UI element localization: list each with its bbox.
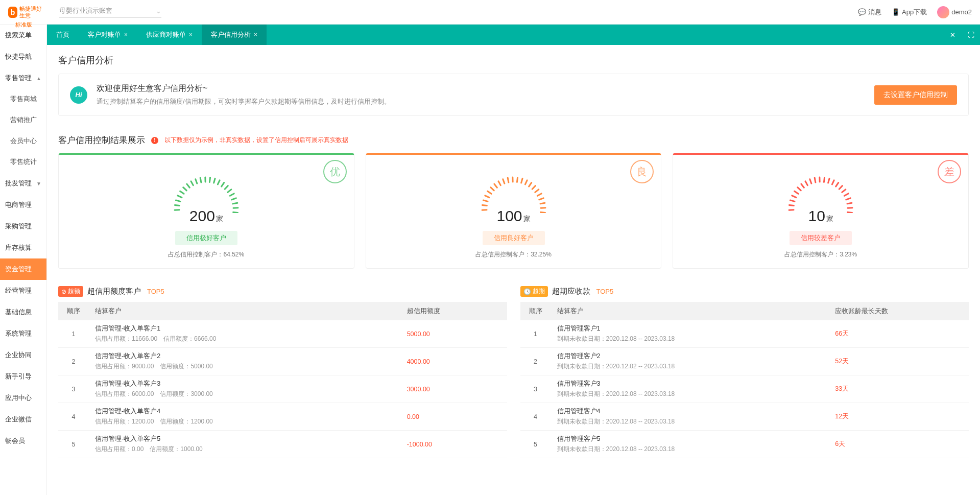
cell-order: 4 bbox=[520, 403, 551, 431]
menu-system[interactable]: 系统管理 bbox=[0, 323, 46, 344]
menu-operation[interactable]: 经营管理 bbox=[0, 280, 46, 301]
col-over: 超信用额度 bbox=[401, 302, 507, 320]
menu-guide[interactable]: 新手引导 bbox=[0, 366, 46, 387]
close-all-tabs-icon[interactable]: ✕ bbox=[943, 25, 962, 45]
menu-inventory[interactable]: 库存核算 bbox=[0, 237, 46, 258]
svg-line-53 bbox=[790, 205, 794, 205]
svg-line-9 bbox=[191, 181, 193, 185]
message-icon: 💬 bbox=[858, 8, 866, 16]
table-row[interactable]: 2 信用管理客户2 到期未收款日期：2020.12.02 -- 2023.03.… bbox=[520, 348, 969, 375]
close-icon[interactable]: × bbox=[254, 31, 257, 38]
banner-title: 欢迎使用好生意客户信用分析~ bbox=[97, 83, 865, 94]
app-download-label: App下载 bbox=[902, 8, 927, 17]
menu-vip[interactable]: 畅会员 bbox=[0, 430, 46, 452]
over-limit-badge: ⊘ 超额 bbox=[58, 286, 83, 297]
card-foot: 占总信用控制客户：64.52% bbox=[64, 250, 349, 259]
logo: b 畅捷通好生意 标准版 bbox=[8, 6, 47, 18]
sidebar-item-label: 经营管理 bbox=[5, 286, 32, 295]
messages-link[interactable]: 💬 消息 bbox=[858, 8, 881, 17]
svg-line-69 bbox=[845, 194, 849, 196]
card-foot: 占总信用控制客户：3.23% bbox=[678, 250, 963, 259]
menu-collab[interactable]: 企业协同 bbox=[0, 344, 46, 366]
fullscreen-icon[interactable]: ⛶ bbox=[962, 25, 980, 45]
messages-label: 消息 bbox=[868, 8, 881, 17]
menu-quicknav[interactable]: 快捷导航 bbox=[0, 46, 46, 67]
sidebar: 搜索菜单快捷导航零售管理▲零售商城营销推广会员中心零售统计批发管理▼电商管理采购… bbox=[0, 25, 47, 495]
goto-credit-settings-button[interactable]: 去设置客户信用控制 bbox=[874, 85, 957, 105]
cell-order: 3 bbox=[520, 375, 551, 403]
col-customer: 结算客户 bbox=[89, 302, 401, 320]
cell-over: 4000.00 bbox=[401, 348, 507, 375]
table-row[interactable]: 2 信用管理-收入单客户2 信用占用额：9000.00 信用额度：5000.00… bbox=[58, 348, 507, 375]
svg-line-35 bbox=[503, 179, 504, 183]
menu-ecommerce[interactable]: 电商管理 bbox=[0, 194, 46, 216]
svg-line-10 bbox=[196, 179, 197, 183]
welcome-banner: Hi 欢迎使用好生意客户信用分析~ 通过控制结算客户的信用额度/信用期限，可实时… bbox=[58, 74, 969, 116]
svg-line-36 bbox=[508, 178, 509, 182]
table-row[interactable]: 4 信用管理客户4 到期未收款日期：2020.12.08 -- 2023.03.… bbox=[520, 403, 969, 431]
menu-appcenter[interactable]: 应用中心 bbox=[0, 387, 46, 409]
sidebar-item-label: 电商管理 bbox=[5, 200, 32, 209]
section-title: 客户信用控制结果展示 bbox=[58, 134, 145, 146]
table-row[interactable]: 5 信用管理客户5 到期未收款日期：2020.12.08 -- 2023.03.… bbox=[520, 431, 969, 458]
cell-order: 5 bbox=[520, 431, 551, 458]
page-title: 客户信用分析 bbox=[58, 45, 969, 74]
sidebar-item-label: 资金管理 bbox=[5, 265, 32, 274]
cell-order: 2 bbox=[520, 348, 551, 375]
sidebar-item-label: 批发管理 bbox=[5, 179, 32, 188]
col-order: 顺序 bbox=[520, 302, 551, 320]
svg-line-56 bbox=[795, 191, 798, 194]
username: demo2 bbox=[951, 8, 972, 16]
table-row[interactable]: 1 信用管理客户1 到期未收款日期：2020.12.08 -- 2023.03.… bbox=[520, 320, 969, 348]
svg-line-33 bbox=[494, 184, 497, 187]
sidebar-item-label: 零售统计 bbox=[10, 158, 37, 167]
menu-retail-stats[interactable]: 零售统计 bbox=[0, 152, 46, 173]
svg-line-11 bbox=[200, 178, 201, 182]
menu-wework[interactable]: 企业微信 bbox=[0, 409, 46, 430]
svg-line-13 bbox=[209, 177, 210, 182]
tab[interactable]: 首页 bbox=[47, 25, 79, 45]
top5-overdue: 🕓 超期 超期应收款 TOP5 顺序 结算客户 应收账龄最长天数 1 信用管理客… bbox=[520, 286, 969, 458]
close-icon[interactable]: × bbox=[189, 31, 193, 38]
sidebar-item-label: 基础信息 bbox=[5, 308, 32, 317]
table-row[interactable]: 3 信用管理-收入单客户3 信用占用额：6000.00 信用额度：3000.00… bbox=[58, 375, 507, 403]
table-row[interactable]: 1 信用管理-收入单客户1 信用占用额：11666.00 信用额度：6666.0… bbox=[58, 320, 507, 348]
menu-retail-mall[interactable]: 零售商城 bbox=[0, 89, 46, 110]
tab[interactable]: 客户信用分析× bbox=[202, 25, 267, 45]
org-selector[interactable]: 母婴行业演示账套 ⌄ bbox=[59, 6, 161, 18]
svg-line-7 bbox=[183, 187, 186, 191]
table-row[interactable]: 3 信用管理客户3 到期未收款日期：2020.12.08 -- 2023.03.… bbox=[520, 375, 969, 403]
svg-line-67 bbox=[839, 186, 842, 190]
cell-customer: 信用管理客户4 到期未收款日期：2020.12.08 -- 2023.03.18 bbox=[551, 403, 829, 431]
overdue-topn: TOP5 bbox=[596, 288, 614, 295]
tab[interactable]: 客户对账单× bbox=[79, 25, 137, 45]
table-row[interactable]: 4 信用管理-收入单客户4 信用占用额：1200.00 信用额度：1200.00… bbox=[58, 403, 507, 431]
menu-purchase[interactable]: 采购管理 bbox=[0, 216, 46, 237]
menu-wholesale[interactable]: 批发管理▼ bbox=[0, 173, 46, 194]
app-download-link[interactable]: 📱 App下载 bbox=[892, 8, 927, 17]
credit-card[interactable]: 优 200家 信用极好客户 占总信用控制客户：64.52% bbox=[58, 153, 354, 269]
menu-funds[interactable]: 资金管理 bbox=[0, 258, 46, 280]
overdue-badge: 🕓 超期 bbox=[520, 286, 548, 297]
credit-card[interactable]: 良 100家 信用良好客户 占总信用控制客户：32.25% bbox=[366, 153, 662, 269]
tab[interactable]: 供应商对账单× bbox=[137, 25, 202, 45]
svg-line-58 bbox=[801, 184, 804, 187]
credit-cards-row: 优 200家 信用极好客户 占总信用控制客户：64.52% 良 100家 信用良… bbox=[58, 153, 969, 269]
menu-member[interactable]: 会员中心 bbox=[0, 131, 46, 152]
svg-line-57 bbox=[798, 187, 801, 191]
overdue-title: 超期应收款 bbox=[552, 287, 590, 296]
menu-retail[interactable]: 零售管理▲ bbox=[0, 67, 46, 89]
sidebar-item-label: 应用中心 bbox=[5, 393, 32, 403]
user-menu[interactable]: demo2 bbox=[937, 6, 972, 18]
warning-text: 以下数据仅为示例，非真实数据，设置了信用控制后可展示真实数据 bbox=[164, 136, 348, 145]
cell-customer: 信用管理客户3 到期未收款日期：2020.12.08 -- 2023.03.18 bbox=[551, 375, 829, 403]
svg-line-45 bbox=[539, 198, 543, 200]
menu-marketing[interactable]: 营销推广 bbox=[0, 110, 46, 131]
table-row[interactable]: 5 信用管理-收入单客户5 信用占用额：0.00 信用额度：1000.00 -1… bbox=[58, 431, 507, 458]
menu-basic[interactable]: 基础信息 bbox=[0, 301, 46, 323]
tab-label: 首页 bbox=[56, 30, 69, 39]
close-icon[interactable]: × bbox=[124, 31, 128, 38]
credit-card[interactable]: 差 10家 信用较差客户 占总信用控制客户：3.23% bbox=[673, 153, 969, 269]
topbar: b 畅捷通好生意 标准版 母婴行业演示账套 ⌄ 💬 消息 📱 App下载 dem… bbox=[0, 0, 980, 25]
stamp-icon: 差 bbox=[938, 160, 961, 183]
